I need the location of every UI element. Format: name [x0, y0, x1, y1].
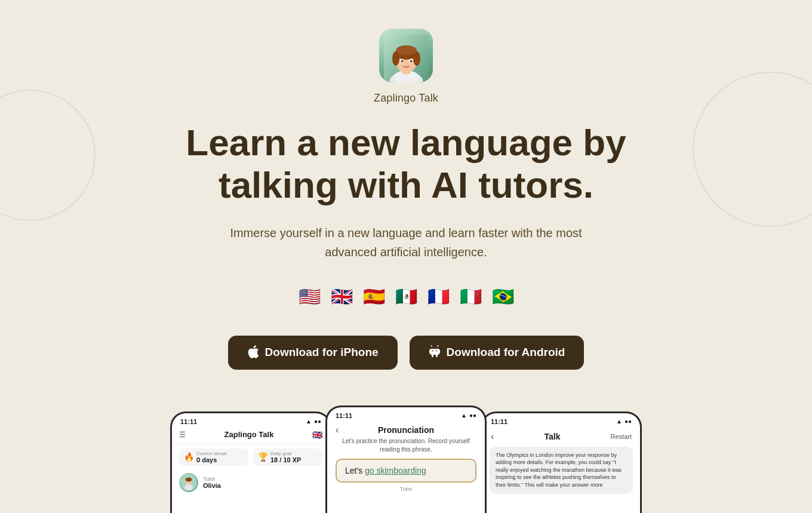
phone1-header: ☰ Zaplingo Talk 🇬🇧	[172, 428, 330, 444]
phone-mockup-1: 11:11 ▲ ●● ☰ Zaplingo Talk 🇬🇧 🔥	[170, 411, 331, 513]
download-iphone-button[interactable]: Download for iPhone	[228, 336, 398, 370]
phone3-status-bar: 11:11 ▲ ●●	[482, 413, 640, 428]
phone2-phrase-box: Let's go skimboarding	[336, 459, 476, 483]
goal-card: 🏆 Daily goal 18 / 10 XP	[253, 449, 322, 466]
phone2-phrase: Let's go skimboarding	[345, 466, 467, 475]
phone1-status-bar: 11:11 ▲ ●●	[172, 413, 330, 428]
phone1-time: 11:11	[180, 418, 197, 425]
flag-it: 🇮🇹	[457, 283, 484, 311]
phones-section: 11:11 ▲ ●● ☰ Zaplingo Talk 🇬🇧 🔥	[0, 406, 812, 513]
download-buttons: Download for iPhone Download for Android	[228, 336, 585, 370]
phone2-status-bar: 11:11 ▲ ●●	[327, 407, 485, 422]
svg-point-18	[184, 484, 193, 490]
phone1-streak-row: 🔥 Current streak 0 days 🏆 Daily goal 18 …	[172, 444, 330, 468]
phone2-header: ‹ Pronunciation	[327, 422, 485, 437]
svg-point-12	[410, 60, 412, 63]
phone-mockup-2: 11:11 ▲ ●● ‹ Pronunciation Let's practic…	[325, 406, 487, 513]
flag-es: 🇪🇸	[360, 283, 387, 311]
main-content: Zaplingo Talk Learn a new language by ta…	[0, 0, 812, 513]
phone2-title: Pronunciation	[378, 425, 434, 435]
phone3-time: 11:11	[491, 418, 508, 425]
phone3-chat-bubble: The Olympics in London improve your resp…	[490, 447, 633, 494]
headline: Learn a new language by talking with AI …	[186, 121, 626, 207]
phone1-title: Zaplingo Talk	[224, 430, 274, 439]
android-button-label: Download for Android	[447, 346, 565, 359]
svg-point-13	[432, 350, 433, 351]
subheadline: Immerse yourself in a new language and l…	[221, 223, 591, 262]
svg-point-7	[413, 51, 420, 66]
phone2-time: 11:11	[336, 412, 352, 419]
android-icon	[429, 345, 441, 360]
phone2-subtitle: Let's practice the pronunciation. Record…	[327, 437, 485, 459]
flag-br: 🇧🇷	[489, 283, 516, 311]
app-name: Zaplingo Talk	[374, 92, 438, 105]
phone3-header: ‹ Talk Restart	[482, 428, 640, 444]
phone3-restart-button[interactable]: Restart	[611, 433, 632, 440]
phone3-title: Talk	[544, 432, 560, 441]
streak-card: 🔥 Current streak 0 days	[179, 449, 248, 466]
phone3-back-icon: ‹	[491, 431, 494, 442]
svg-point-6	[392, 51, 399, 66]
flag-mx: 🇲🇽	[392, 283, 420, 311]
tutor-avatar	[179, 473, 198, 492]
iphone-button-label: Download for iPhone	[265, 346, 379, 359]
svg-point-11	[401, 60, 403, 63]
flag-us: 🇺🇸	[296, 283, 323, 311]
svg-point-17	[186, 477, 192, 481]
phone2-tutor-label: Tutor	[327, 486, 485, 492]
apple-icon	[247, 345, 259, 360]
phone1-status-icons: ▲ ●●	[306, 418, 321, 425]
svg-point-14	[436, 350, 437, 351]
app-icon	[379, 29, 433, 82]
flags-row: 🇺🇸 🇬🇧 🇪🇸 🇲🇽 🇫🇷 🇮🇹 🇧🇷	[296, 283, 516, 311]
phone2-back-icon: ‹	[336, 425, 339, 435]
download-android-button[interactable]: Download for Android	[410, 336, 585, 370]
phone1-tutor-row: Tutor Olivia	[172, 468, 330, 497]
svg-point-8	[396, 45, 416, 55]
phone-mockup-3: 11:11 ▲ ●● ‹ Talk Restart The Olympics i…	[481, 411, 642, 513]
flag-fr: 🇫🇷	[425, 283, 452, 311]
flag-uk: 🇬🇧	[328, 283, 355, 311]
